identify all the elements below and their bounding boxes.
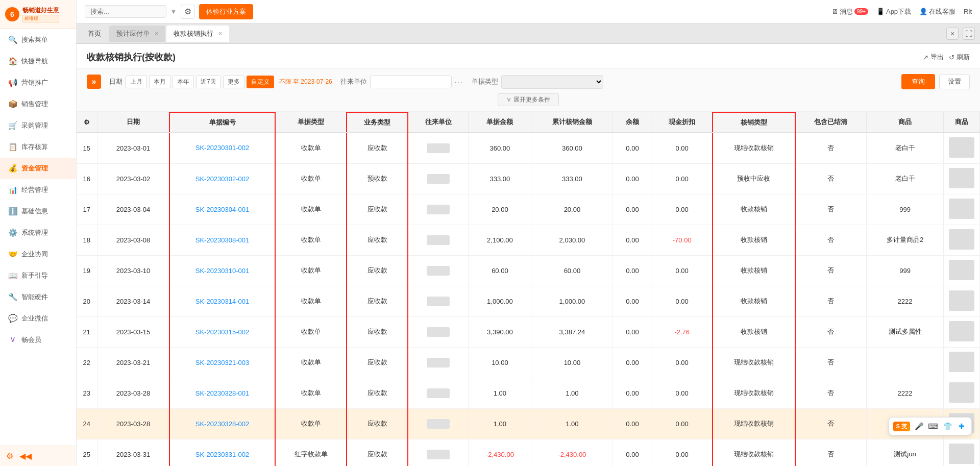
page-header-actions: ↗ 导出 ↺ 刷新 xyxy=(923,53,970,62)
guide-icon: 📖 xyxy=(8,271,17,280)
cell-voucher-type: 收款单 xyxy=(275,255,347,286)
voucher-no-link[interactable]: SK-20230315-002 xyxy=(195,328,250,336)
setting-button[interactable]: 设置 xyxy=(939,74,970,89)
tab-receipt-label: 收款核销执行 xyxy=(174,29,213,38)
sidebar-item-hardware[interactable]: 🔧 智能硬件 xyxy=(0,286,76,308)
cell-offset-type: 现结收款核销 xyxy=(713,408,795,439)
th-product2[interactable]: 商品 xyxy=(944,112,980,133)
sidebar-item-sales[interactable]: 📦 销售管理 xyxy=(0,93,76,115)
sidebar-item-wechat[interactable]: 💬 企业微信 xyxy=(0,308,76,329)
sidebar-item-shortcut[interactable]: 🏠 快捷导航 xyxy=(0,51,76,72)
th-product[interactable]: 商品 xyxy=(867,112,944,133)
tab-receipt[interactable]: 收款核销执行 × xyxy=(166,26,229,42)
sidebar-item-operations[interactable]: 📊 经营管理 xyxy=(0,179,76,201)
cell-total-offset: 333.00 xyxy=(531,163,613,194)
mic-icon[interactable]: 🎤 xyxy=(913,421,924,432)
refresh-button[interactable]: ↺ 刷新 xyxy=(949,53,970,62)
voucher-no-link[interactable]: SK-20230331-002 xyxy=(195,451,250,458)
sidebar-item-guide[interactable]: 📖 新手引导 xyxy=(0,265,76,286)
tab-home-label: 首页 xyxy=(88,29,101,38)
cell-voucher-no: SK-20230328-002 xyxy=(169,408,275,439)
date-btn-custom[interactable]: 自定义 xyxy=(247,76,274,88)
sidebar-item-finance[interactable]: 💰 资金管理 xyxy=(0,158,76,179)
cell-include-settled: 否 xyxy=(795,316,867,347)
tab-prepay-close[interactable]: × xyxy=(155,30,158,37)
filter-expand-button[interactable]: » xyxy=(87,75,101,89)
voucher-no-link[interactable]: SK-20230308-001 xyxy=(195,236,250,244)
cell-voucher-no: SK-20230314-001 xyxy=(169,286,275,316)
sidebar-item-member[interactable]: V 畅会员 xyxy=(0,329,76,351)
cell-balance: 0.00 xyxy=(613,255,652,286)
date-btn-more[interactable]: 更多 xyxy=(223,76,244,88)
table-row: 20 2023-03-14 SK-20230314-001 收款单 应收款 1,… xyxy=(77,286,980,316)
voucher-no-link[interactable]: SK-20230310-001 xyxy=(195,267,250,275)
shirt-icon[interactable]: 👕 xyxy=(942,421,953,432)
th-cash-discount[interactable]: 现金折扣 xyxy=(652,112,713,133)
sidebar-item-inventory[interactable]: 📋 库存核算 xyxy=(0,136,76,158)
voucher-no-link[interactable]: SK-20230302-002 xyxy=(195,175,250,183)
cell-cash-discount: 0.00 xyxy=(652,439,713,466)
th-voucher-no[interactable]: 单据编号 xyxy=(169,112,275,133)
date-btn-7days[interactable]: 近7天 xyxy=(196,76,221,88)
sidebar-item-marketing[interactable]: 📢 营销推广 xyxy=(0,72,76,93)
sidebar-item-label: 营销推广 xyxy=(21,78,48,87)
th-include-settled[interactable]: 包含已结清 xyxy=(795,112,867,133)
topbar-dropdown-arrow[interactable]: ▼ xyxy=(170,8,177,15)
th-total-offset[interactable]: 累计核销金额 xyxy=(531,112,613,133)
expand-more-button[interactable]: ∨ 展开更多条件 xyxy=(498,93,558,106)
settings-gear-icon[interactable]: ⚙ xyxy=(6,451,13,461)
cell-partner xyxy=(408,408,469,439)
enterprise-icon: 🤝 xyxy=(8,250,17,259)
cell-product2 xyxy=(944,316,980,347)
th-balance[interactable]: 余额 xyxy=(613,112,652,133)
date-btn-this-year[interactable]: 本年 xyxy=(173,76,194,88)
table-container[interactable]: ⚙ 日期 单据编号 单据类型 业务类型 往来单位 单据金额 累计核销金额 余额 … xyxy=(77,112,980,466)
voucher-no-link[interactable]: SK-20230328-001 xyxy=(195,389,250,397)
query-button[interactable]: 查询 xyxy=(901,74,935,89)
sidebar-item-purchase[interactable]: 🛒 采购管理 xyxy=(0,115,76,136)
topbar-gear-icon[interactable]: ⚙ xyxy=(181,5,195,19)
cell-product2 xyxy=(944,194,980,225)
cell-partner xyxy=(408,316,469,347)
th-voucher-type[interactable]: 单据类型 xyxy=(275,112,347,133)
date-btn-this-month[interactable]: 本月 xyxy=(149,76,170,88)
sidebar-item-basic[interactable]: ℹ️ 基础信息 xyxy=(0,201,76,222)
th-biz-type[interactable]: 业务类型 xyxy=(347,112,408,133)
tab-receipt-close[interactable]: × xyxy=(218,30,222,37)
topbar-search-input[interactable] xyxy=(85,5,166,18)
cell-product2 xyxy=(944,133,980,164)
tab-close-all-icon[interactable]: × xyxy=(946,28,959,40)
solution-button[interactable]: 体验行业方案 xyxy=(199,4,253,19)
cell-balance: 0.00 xyxy=(613,408,652,439)
online-service[interactable]: 👤 在线客服 xyxy=(919,7,955,16)
voucher-no-link[interactable]: SK-20230314-001 xyxy=(195,298,250,305)
tab-home[interactable]: 首页 xyxy=(81,26,108,42)
partner-input[interactable] xyxy=(370,76,452,88)
th-date[interactable]: 日期 xyxy=(97,112,169,133)
sidebar-item-enterprise[interactable]: 🤝 企业协同 xyxy=(0,243,76,265)
th-partner[interactable]: 往来单位 xyxy=(408,112,469,133)
voucher-no-link[interactable]: SK-20230328-002 xyxy=(195,420,250,428)
cell-amount: -2,430.00 xyxy=(469,439,531,466)
message-area[interactable]: 🖥 消息 99+ xyxy=(831,7,868,16)
cell-product: 999 xyxy=(867,255,944,286)
date-btn-last-month[interactable]: 上月 xyxy=(126,76,147,88)
voucher-no-link[interactable]: SK-20230321-003 xyxy=(195,359,250,366)
add-icon[interactable]: ✚ xyxy=(956,421,967,432)
cell-total-offset: 1,000.00 xyxy=(531,286,613,316)
collapse-icon[interactable]: ◀◀ xyxy=(19,451,32,461)
th-settings[interactable]: ⚙ xyxy=(77,112,97,133)
voucher-no-link[interactable]: SK-20230301-002 xyxy=(195,144,250,152)
voucher-no-link[interactable]: SK-20230304-001 xyxy=(195,206,250,213)
tab-restore-icon[interactable]: ⛶ xyxy=(963,28,975,40)
th-offset-type[interactable]: 核销类型 xyxy=(713,112,795,133)
sidebar-item-system[interactable]: ⚙️ 系统管理 xyxy=(0,222,76,243)
export-button[interactable]: ↗ 导出 xyxy=(923,53,944,62)
voucher-type-select[interactable] xyxy=(501,75,603,89)
cell-include-settled: 否 xyxy=(795,408,867,439)
app-download[interactable]: 📱 App下载 xyxy=(876,7,911,16)
sidebar-item-search[interactable]: 🔍 搜索菜单 xyxy=(0,29,76,51)
tab-prepay[interactable]: 预计应付单 × xyxy=(109,26,165,42)
th-amount[interactable]: 单据金额 xyxy=(469,112,531,133)
keyboard-icon[interactable]: ⌨ xyxy=(927,421,939,432)
